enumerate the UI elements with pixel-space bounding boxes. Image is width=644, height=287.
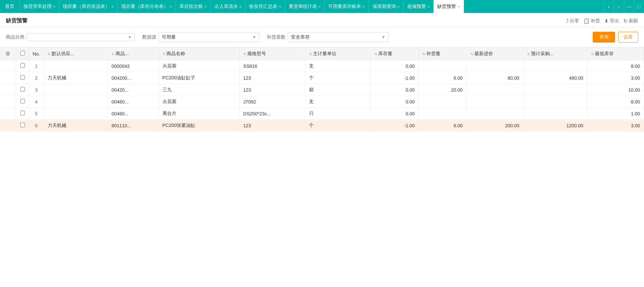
- row-latest-price: [466, 96, 523, 108]
- nav-tab-现存量库存分布表[interactable]: 现存量（库存分布表）×: [118, 0, 176, 13]
- col-supplement-header[interactable]: ⇅ 补货量: [419, 48, 467, 60]
- nav-tab-拣货异常处理[interactable]: 拣货异常处理×: [20, 0, 59, 13]
- row-supplier: 力天机械: [44, 120, 108, 132]
- sort-icon: ⇅: [48, 52, 51, 56]
- row-select-checkbox[interactable]: [20, 75, 25, 80]
- category-select[interactable]: ▼: [27, 33, 135, 41]
- row-checkbox[interactable]: [16, 60, 29, 72]
- nav-tabs: 拣货异常处理×现存量（库存状况表）×现存量（库存分布表）×库存批次账×出入库流水…: [20, 0, 604, 13]
- row-no: 5: [29, 108, 44, 120]
- row-spec: SS816: [239, 60, 305, 72]
- supplement-base-select[interactable]: 安全库存 ▼: [288, 32, 389, 42]
- refresh-button[interactable]: ↻ 刷新: [623, 18, 638, 24]
- nav-tab-label: 缺货预警: [437, 3, 456, 10]
- nav-tab-库存批次账[interactable]: 库存批次账×: [176, 0, 210, 13]
- tab-close-icon[interactable]: ×: [279, 4, 281, 9]
- row-supplement: [419, 60, 467, 72]
- row-checkbox[interactable]: [16, 120, 29, 132]
- nav-tab-要货单统计表[interactable]: 要货单统计表×: [285, 0, 325, 13]
- row-goods-code: 00460...: [108, 96, 158, 108]
- row-checkbox[interactable]: [16, 96, 29, 108]
- row-estimated-purchase: 1200.00: [523, 120, 587, 132]
- tab-close-icon[interactable]: ×: [111, 4, 113, 9]
- nav-tab-label: 出入库流水: [214, 3, 238, 10]
- sort-icon-code: ⇅: [112, 52, 114, 56]
- tab-close-icon[interactable]: ×: [427, 4, 430, 9]
- nav-tab-保质期查询[interactable]: 保质期查询×: [369, 0, 404, 13]
- tab-close-icon[interactable]: ×: [239, 4, 242, 9]
- row-checkbox[interactable]: [16, 108, 29, 120]
- nav-home[interactable]: 首页: [0, 0, 20, 13]
- table-header-row: ⚙ No. ⇅ 默认供应... ⇅: [0, 48, 644, 60]
- col-estimated-header[interactable]: ⇅ 预计采购...: [523, 48, 587, 60]
- filter-datasource: 数据源 可用量 ▼: [142, 32, 260, 42]
- nav-next-arrow[interactable]: ›: [614, 0, 624, 13]
- row-no: 4: [29, 96, 44, 108]
- row-goods-name: PC200张紧油缸: [158, 120, 239, 132]
- row-spec: 123: [239, 72, 305, 84]
- nav-prev-arrow[interactable]: ‹: [604, 0, 614, 13]
- nav-tab-超储预警[interactable]: 超储预警×: [404, 0, 434, 13]
- nav-tab-label: 可用量库存账本: [328, 3, 361, 10]
- tab-close-icon[interactable]: ×: [318, 4, 321, 9]
- settings-button[interactable]: 设置: [618, 32, 638, 43]
- row-checkbox[interactable]: [16, 84, 29, 96]
- table-row: 1 0000042 火花塞 SS816 支 0.00 8.00: [0, 60, 644, 72]
- share-button[interactable]: ⤴ 分享: [566, 18, 579, 24]
- category-label: 商品分类: [6, 34, 25, 40]
- col-checkbox-header[interactable]: [16, 48, 29, 60]
- query-button[interactable]: 查询: [593, 32, 615, 43]
- supplement-button[interactable]: 📋 补货: [583, 18, 600, 24]
- row-select-checkbox[interactable]: [20, 63, 25, 68]
- row-min-stock: 3.00: [587, 72, 644, 84]
- row-min-stock: 10.00: [587, 84, 644, 96]
- row-goods-code: 00480...: [108, 108, 158, 120]
- row-select-checkbox[interactable]: [20, 99, 25, 103]
- row-select-checkbox[interactable]: [20, 111, 25, 115]
- row-checkbox[interactable]: [16, 72, 29, 84]
- col-latest-price-header[interactable]: ⇅ 最新进价: [466, 48, 523, 60]
- nav-tab-可用量库存账本[interactable]: 可用量库存账本×: [325, 0, 369, 13]
- col-goods-code-header[interactable]: ⇅ 商品...: [108, 48, 158, 60]
- supplement-icon: 📋: [583, 18, 589, 24]
- row-spec: DS250*23c...: [239, 108, 305, 120]
- nav-maximize[interactable]: □: [634, 0, 644, 13]
- tab-close-icon[interactable]: ×: [170, 4, 172, 9]
- col-settings-header[interactable]: ⚙: [0, 48, 16, 60]
- tab-close-icon[interactable]: ×: [362, 4, 365, 9]
- sort-icon-min: ⇅: [591, 52, 594, 56]
- nav-tab-label: 库存批次账: [179, 3, 203, 10]
- col-min-stock-header[interactable]: ⇅ 最低库存: [587, 48, 644, 60]
- export-button[interactable]: ⬇ 导出: [604, 18, 619, 24]
- nav-tab-现存量库存状况表[interactable]: 现存量（库存状况表）×: [59, 0, 117, 13]
- row-select-checkbox[interactable]: [20, 87, 25, 92]
- row-unit: 个: [305, 72, 371, 84]
- col-no-header: No.: [29, 48, 44, 60]
- col-spec-header[interactable]: ⇅ 规格型号: [239, 48, 305, 60]
- share-icon: ⤴: [566, 18, 569, 24]
- nav-tab-出入库流水[interactable]: 出入库流水×: [211, 0, 245, 13]
- col-stock-header[interactable]: ⇅ 库存量: [371, 48, 419, 60]
- row-stock: -1.00: [371, 72, 419, 84]
- sort-icon-unit: ⇅: [309, 52, 312, 56]
- row-unit: 箱: [305, 84, 371, 96]
- select-all-checkbox[interactable]: [20, 51, 25, 56]
- col-goods-name-header[interactable]: ⇅ 商品名称: [158, 48, 239, 60]
- col-unit-header[interactable]: ⇅ 主计量单位: [305, 48, 371, 60]
- row-supplier: 力天机械: [44, 72, 108, 84]
- gear-icon[interactable]: ⚙: [5, 50, 10, 57]
- nav-tab-收发存汇总表[interactable]: 收发存汇总表×: [245, 0, 285, 13]
- tab-close-icon[interactable]: ×: [204, 4, 206, 9]
- row-supplement: [419, 108, 467, 120]
- tab-close-icon[interactable]: ×: [53, 4, 55, 9]
- col-supplier-header[interactable]: ⇅ 默认供应...: [44, 48, 108, 60]
- nav-tab-缺货预警[interactable]: 缺货预警×: [434, 0, 464, 13]
- tab-close-icon[interactable]: ×: [457, 4, 460, 9]
- nav-tab-label: 保质期查询: [373, 3, 396, 10]
- datasource-select[interactable]: 可用量 ▼: [158, 32, 260, 42]
- refresh-label: 刷新: [629, 18, 638, 24]
- tab-close-icon[interactable]: ×: [397, 4, 400, 9]
- row-select-checkbox[interactable]: [20, 123, 25, 127]
- nav-minimize[interactable]: —: [624, 0, 634, 13]
- main-content: 缺货预警 ⤴ 分享 📋 补货 ⬇ 导出 ↻ 刷新 商品分类: [0, 13, 644, 287]
